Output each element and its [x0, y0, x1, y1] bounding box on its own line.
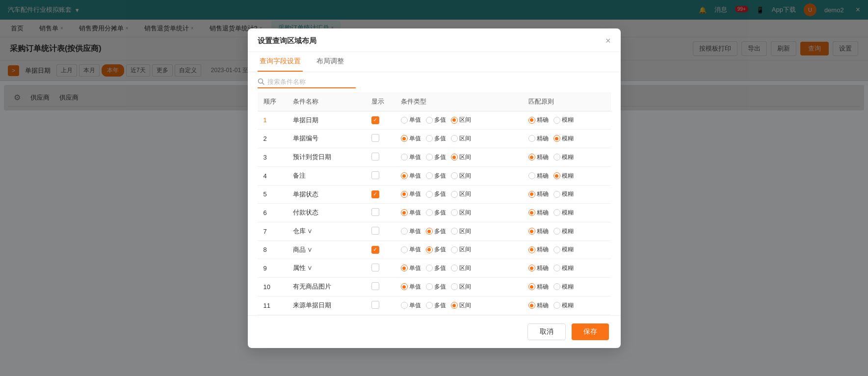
radio-type-单值[interactable]: 单值 [401, 301, 421, 310]
radio-match-精确[interactable]: 精确 [528, 153, 549, 161]
radio-match-模糊[interactable]: 模糊 [553, 209, 574, 217]
modal-tab-layout[interactable]: 布局调整 [315, 52, 346, 72]
checkbox[interactable] [371, 227, 379, 235]
row-match-radios: 精确模糊 [523, 222, 611, 241]
checkbox[interactable] [371, 190, 379, 198]
radio-match-精确[interactable]: 精确 [528, 172, 549, 180]
radio-dot [451, 283, 458, 290]
checkbox[interactable] [371, 301, 379, 309]
radio-type-单值[interactable]: 单值 [401, 264, 421, 272]
row-type-radios: 单值多值区间 [395, 296, 523, 315]
radio-type-多值[interactable]: 多值 [426, 190, 446, 198]
radio-match-精确[interactable]: 精确 [528, 116, 549, 124]
radio-label: 多值 [434, 283, 446, 291]
radio-type-多值[interactable]: 多值 [426, 245, 446, 254]
row-type-radios: 单值多值区间 [395, 185, 523, 203]
row-show-checkbox[interactable] [366, 259, 395, 277]
radio-match-模糊[interactable]: 模糊 [553, 172, 574, 180]
radio-type-多值[interactable]: 多值 [426, 283, 446, 291]
radio-type-多值[interactable]: 多值 [426, 116, 446, 124]
radio-dot [426, 209, 433, 216]
radio-type-单值[interactable]: 单值 [401, 283, 421, 291]
radio-type-区间[interactable]: 区间 [451, 301, 471, 310]
radio-match-精确[interactable]: 精确 [528, 190, 549, 198]
radio-match-模糊[interactable]: 模糊 [553, 301, 574, 310]
radio-type-区间[interactable]: 区间 [451, 190, 471, 198]
checkbox[interactable] [371, 171, 379, 179]
radio-match-模糊[interactable]: 模糊 [553, 116, 574, 124]
radio-type-单值[interactable]: 单值 [401, 153, 421, 161]
radio-type-区间[interactable]: 区间 [451, 209, 471, 217]
radio-match-精确[interactable]: 精确 [528, 134, 549, 143]
radio-dot [401, 191, 408, 198]
row-show-checkbox[interactable] [366, 166, 395, 185]
checkbox[interactable] [371, 116, 379, 124]
radio-type-区间[interactable]: 区间 [451, 134, 471, 143]
save-button[interactable]: 保存 [572, 323, 609, 340]
radio-type-单值[interactable]: 单值 [401, 134, 421, 143]
radio-match-精确[interactable]: 精确 [528, 209, 549, 217]
radio-match-模糊[interactable]: 模糊 [553, 153, 574, 161]
row-show-checkbox[interactable] [366, 277, 395, 296]
radio-label: 区间 [459, 190, 471, 198]
radio-type-多值[interactable]: 多值 [426, 134, 446, 143]
radio-type-多值[interactable]: 多值 [426, 301, 446, 310]
modal-title: 设置查询区域布局 [258, 36, 316, 46]
radio-type-单值[interactable]: 单值 [401, 172, 421, 180]
row-show-checkbox[interactable] [366, 296, 395, 315]
row-show-checkbox[interactable] [366, 148, 395, 166]
th-name: 条件名称 [287, 92, 366, 111]
radio-match-模糊[interactable]: 模糊 [553, 264, 574, 272]
radio-type-多值[interactable]: 多值 [426, 153, 446, 161]
modal-close-button[interactable]: × [605, 36, 611, 45]
radio-type-多值[interactable]: 多值 [426, 172, 446, 180]
radio-type-多值[interactable]: 多值 [426, 264, 446, 272]
checkbox[interactable] [371, 208, 379, 216]
modal-tab-fields[interactable]: 查询字段设置 [258, 52, 303, 72]
radio-match-模糊[interactable]: 模糊 [553, 190, 574, 198]
radio-match-模糊[interactable]: 模糊 [553, 283, 574, 291]
radio-match-精确[interactable]: 精确 [528, 227, 549, 236]
radio-match-模糊[interactable]: 模糊 [553, 227, 574, 236]
radio-label: 区间 [459, 172, 471, 180]
checkbox[interactable] [371, 282, 379, 290]
row-show-checkbox[interactable] [366, 185, 395, 203]
radio-match-模糊[interactable]: 模糊 [553, 134, 574, 143]
row-show-checkbox[interactable] [366, 111, 395, 129]
radio-type-区间[interactable]: 区间 [451, 283, 471, 291]
radio-type-多值[interactable]: 多值 [426, 227, 446, 236]
radio-label: 模糊 [562, 283, 574, 291]
checkbox[interactable] [371, 264, 379, 271]
radio-label: 区间 [459, 116, 471, 124]
checkbox[interactable] [371, 246, 379, 254]
radio-dot [451, 265, 458, 271]
row-type-radios: 单值多值区间 [395, 148, 523, 166]
checkbox[interactable] [371, 153, 379, 161]
radio-type-区间[interactable]: 区间 [451, 172, 471, 180]
radio-match-精确[interactable]: 精确 [528, 283, 549, 291]
radio-type-区间[interactable]: 区间 [451, 245, 471, 254]
radio-type-区间[interactable]: 区间 [451, 116, 471, 124]
radio-match-模糊[interactable]: 模糊 [553, 245, 574, 254]
cancel-button[interactable]: 取消 [527, 323, 566, 340]
radio-type-区间[interactable]: 区间 [451, 227, 471, 236]
row-order: 1 [258, 111, 287, 129]
radio-type-单值[interactable]: 单值 [401, 190, 421, 198]
radio-match-精确[interactable]: 精确 [528, 245, 549, 254]
row-show-checkbox[interactable] [366, 129, 395, 148]
row-show-checkbox[interactable] [366, 222, 395, 241]
radio-type-单值[interactable]: 单值 [401, 209, 421, 217]
row-show-checkbox[interactable] [366, 241, 395, 259]
radio-type-多值[interactable]: 多值 [426, 209, 446, 217]
radio-match-精确[interactable]: 精确 [528, 264, 549, 272]
radio-type-单值[interactable]: 单值 [401, 245, 421, 254]
search-input[interactable] [267, 78, 346, 85]
radio-label: 精确 [537, 209, 549, 217]
radio-type-区间[interactable]: 区间 [451, 153, 471, 161]
checkbox[interactable] [371, 134, 379, 142]
row-show-checkbox[interactable] [366, 203, 395, 222]
radio-type-区间[interactable]: 区间 [451, 264, 471, 272]
radio-match-精确[interactable]: 精确 [528, 301, 549, 310]
radio-type-单值[interactable]: 单值 [401, 227, 421, 236]
radio-type-单值[interactable]: 单值 [401, 116, 421, 124]
